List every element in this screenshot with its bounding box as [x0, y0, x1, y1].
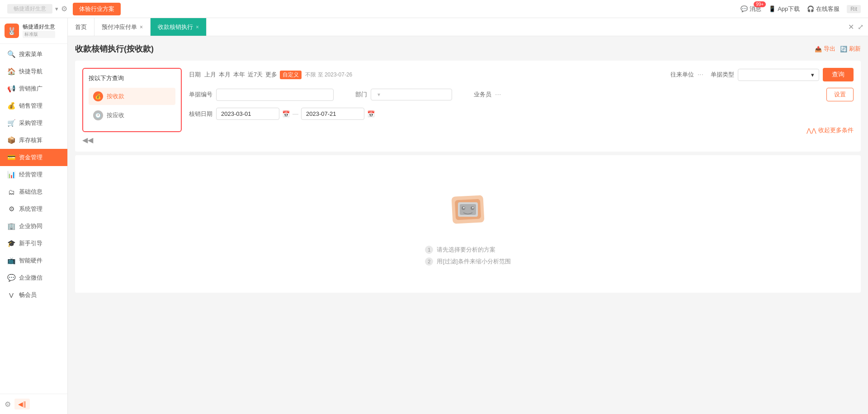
online-service-button[interactable]: 🎧 在线客服	[807, 5, 840, 13]
staff-label: 业务员	[474, 90, 491, 99]
empty-state: 1 请先选择要分析的方案 2 用[过滤]条件来缩小分析范围	[75, 155, 861, 293]
dept-label: 部门	[355, 90, 367, 99]
tab-home[interactable]: 首页	[68, 18, 94, 36]
sidebar-item-inventory[interactable]: 📦库存核算	[0, 132, 67, 149]
filter-by-receipt-label: 按收款	[107, 92, 124, 100]
sidebar-item-search[interactable]: 🔍搜索菜单	[0, 46, 67, 63]
staff-filter-item: 业务员 ···	[474, 90, 501, 99]
topbar: 畅捷通好生意 ▾ ⚙ 体验行业方案 💬 消息 99+ 📱 App下载 🎧 在线客…	[0, 0, 868, 18]
close-tab-button[interactable]: ✕	[848, 23, 854, 31]
sidebar-icon-purchase: 🛒	[7, 119, 15, 127]
tab-prepay[interactable]: 预付冲应付单×	[94, 18, 151, 36]
collapse-more-button[interactable]: ⋀⋀ 收起更多条件	[807, 126, 854, 134]
sidebar-label-wechat: 企业微信	[19, 274, 42, 282]
query-button[interactable]: 查询	[823, 68, 854, 81]
filter-right-panel: 日期 上月 本月 本年 近7天 更多 自定义 不限 至 2023-07-26	[189, 68, 854, 144]
sidebar-item-hardware[interactable]: 📺智能硬件	[0, 252, 67, 269]
content-area: 首页预付冲应付单×收款核销执行× ✕ ⤢ 收款核销执行(按收款) 📤 导出 🔄 …	[68, 18, 868, 414]
dept-select[interactable]: ▾	[371, 89, 452, 100]
counterparty-filter-item: 往来单位 ···	[670, 71, 703, 79]
sidebar: 🐰 畅捷通好生意 标准版 🔍搜索菜单🏠快捷导航📢营销推广💰销售管理🛒采购管理📦库…	[0, 18, 68, 414]
tab-close-prepay[interactable]: ×	[140, 24, 143, 30]
sidebar-item-finance[interactable]: 💳资金管理	[0, 149, 67, 166]
verify-date-start-calendar-icon[interactable]: 📅	[282, 110, 290, 118]
tab-receipt[interactable]: 收款核销执行×	[151, 18, 207, 36]
sidebar-item-member[interactable]: V畅会员	[0, 286, 67, 304]
page-title: 收款核销执行(按收款)	[75, 43, 154, 54]
sidebar-item-quicknav[interactable]: 🏠快捷导航	[0, 63, 67, 80]
app-icon: 📱	[769, 5, 776, 12]
date-7days[interactable]: 近7天	[248, 71, 263, 79]
user-avatar[interactable]: Rit	[847, 5, 861, 13]
filter-row-1: 日期 上月 本月 本年 近7天 更多 自定义 不限 至 2023-07-26	[189, 68, 854, 81]
settings-button[interactable]: 设置	[826, 88, 854, 101]
brand-placeholder: 畅捷通好生意	[7, 4, 52, 14]
sidebar-item-system[interactable]: ⚙系统管理	[0, 200, 67, 218]
sidebar-item-operation[interactable]: 📊经营管理	[0, 166, 67, 183]
topbar-dropdown-icon[interactable]: ▾	[55, 5, 58, 12]
sidebar-item-purchase[interactable]: 🛒采购管理	[0, 114, 67, 132]
expand-tab-button[interactable]: ⤢	[858, 23, 863, 31]
sidebar-nav: 🔍搜索菜单🏠快捷导航📢营销推广💰销售管理🛒采购管理📦库存核算💳资金管理📊经营管理…	[0, 44, 67, 394]
tabs-actions: ✕ ⤢	[844, 23, 868, 31]
date-more[interactable]: 更多	[265, 71, 277, 79]
app-download-button[interactable]: 📱 App下载	[769, 5, 800, 13]
sidebar-item-enterprise[interactable]: 🏢企业协同	[0, 218, 67, 235]
solution-button[interactable]: 体验行业方案	[73, 3, 121, 15]
sidebar-icon-wechat: 💬	[7, 274, 15, 282]
app-label: App下载	[778, 5, 800, 13]
empty-hint-2: 2 用[过滤]条件来缩小分析范围	[425, 257, 510, 266]
dept-filter-item: 部门 ▾	[355, 89, 452, 100]
counterparty-label: 往来单位	[670, 71, 694, 79]
svg-point-6	[463, 207, 465, 209]
verify-date-start-input[interactable]	[216, 108, 279, 120]
docnumber-filter-item: 单据编号	[189, 89, 334, 101]
tab-close-receipt[interactable]: ×	[196, 24, 199, 30]
doctype-select[interactable]: ▾	[738, 69, 819, 81]
sidebar-logo-text: 畅捷通好生意	[23, 24, 55, 31]
staff-select[interactable]: ···	[495, 90, 501, 99]
refresh-button[interactable]: 🔄 刷新	[840, 45, 861, 53]
main-layout: 🐰 畅捷通好生意 标准版 🔍搜索菜单🏠快捷导航📢营销推广💰销售管理🛒采购管理📦库…	[0, 18, 868, 414]
svg-point-7	[472, 207, 474, 209]
sidebar-item-base[interactable]: 🗂基础信息	[0, 183, 67, 200]
sidebar-settings-icon[interactable]: ⚙	[5, 400, 11, 409]
date-this-month[interactable]: 本月	[219, 71, 231, 79]
left-panel-collapse-button[interactable]: ◀◀	[82, 136, 93, 144]
date-this-year[interactable]: 本年	[233, 71, 245, 79]
counterparty-select[interactable]: ···	[698, 71, 703, 79]
filter-by-receipt[interactable]: 💰 按收款	[89, 88, 175, 105]
sidebar-label-base: 基础信息	[19, 188, 42, 196]
sidebar-item-sales[interactable]: 💰销售管理	[0, 97, 67, 114]
page-actions: 📤 导出 🔄 刷新	[815, 45, 861, 53]
sidebar-label-finance: 资金管理	[19, 153, 42, 162]
filter-panel-title: 按以下方查询	[89, 74, 175, 82]
page-header: 收款核销执行(按收款) 📤 导出 🔄 刷新	[75, 43, 861, 54]
message-button[interactable]: 💬 消息 99+	[741, 5, 761, 13]
docnumber-input[interactable]	[216, 89, 334, 101]
sidebar-label-guide: 新手引导	[19, 239, 42, 247]
verify-date-end-input[interactable]	[301, 108, 364, 120]
date-last-month[interactable]: 上月	[204, 71, 216, 79]
sidebar-icon-quicknav: 🏠	[7, 67, 15, 76]
date-shortcuts: 上月 本月 本年 近7天 更多 自定义	[204, 71, 302, 79]
sidebar-collapse-button[interactable]: ◀‖	[14, 399, 30, 409]
date-custom-tag[interactable]: 自定义	[280, 71, 302, 79]
filter-row-3: 核销日期 📅 — 📅	[189, 108, 854, 120]
sidebar-item-marketing[interactable]: 📢营销推广	[0, 80, 67, 97]
service-icon: 🎧	[807, 5, 814, 12]
sidebar-item-wechat[interactable]: 💬企业微信	[0, 269, 67, 286]
sidebar-item-guide[interactable]: 🎓新手引导	[0, 235, 67, 252]
collapse-icon: ⋀⋀	[807, 127, 816, 134]
tab-label-prepay: 预付冲应付单	[102, 23, 137, 31]
tab-label-receipt: 收款核销执行	[158, 23, 193, 31]
sidebar-icon-hardware: 📺	[7, 257, 15, 265]
sidebar-label-member: 畅会员	[19, 291, 37, 299]
sidebar-label-operation: 经营管理	[19, 171, 42, 179]
hint-num-2: 2	[425, 257, 433, 266]
export-button[interactable]: 📤 导出	[815, 45, 835, 53]
hint-num-1: 1	[425, 246, 433, 254]
topbar-gear-icon[interactable]: ⚙	[61, 5, 67, 13]
verify-date-end-calendar-icon[interactable]: 📅	[367, 110, 375, 118]
filter-by-receivable[interactable]: 🕐 按应收	[89, 107, 175, 124]
